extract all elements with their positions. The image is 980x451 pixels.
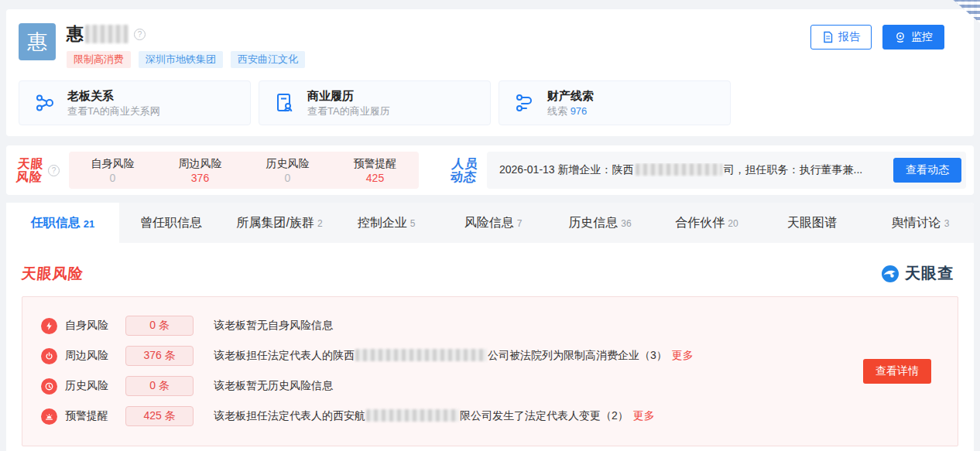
news-prefix: 2026-01-13 新增企业：陕西 — [499, 163, 634, 176]
risk-row-self: 自身风险 0 条 该老板暂无自身风险信息 — [41, 316, 939, 336]
help-icon[interactable]: ? — [48, 165, 60, 176]
tianyancha-eye-icon — [880, 264, 900, 284]
tab-partners[interactable]: 合作伙伴20 — [653, 203, 760, 243]
card-business-resume[interactable]: 商业履历 查看TA的商业履历 — [259, 80, 491, 125]
main-content-panel: 任职信息21 曾任职信息 所属集团/族群2 控制企业5 风险信息7 历史信息36… — [6, 203, 974, 451]
profile-header-panel: 惠 惠 ? 限制高消费 深圳市地铁集团 西安曲江文化 报告 — [6, 9, 974, 136]
risk-desc: 该老板担任法定代表人的陕西公司被法院列为限制高消费企业（3）更多 — [214, 349, 694, 363]
power-gauge-icon — [41, 348, 57, 364]
tianyan-risk-logo: 天眼风险 — [15, 157, 45, 183]
card-asset-clues[interactable]: 财产线索 线索 976 — [499, 80, 731, 125]
redacted-company-name — [366, 409, 459, 422]
help-icon[interactable]: ? — [134, 29, 146, 40]
risk-summary-panel: 天眼风险 ? 自身风险 0 周边风险 376 历史风险 0 预警提醒 425 人… — [6, 145, 974, 195]
tab-tianyan-graph[interactable]: 天眼图谱 — [760, 203, 867, 243]
tag-restricted-consumption[interactable]: 限制高消费 — [67, 51, 131, 68]
personnel-news-logo: 人员动态 — [450, 157, 479, 183]
tab-group-cluster[interactable]: 所属集团/族群2 — [226, 203, 333, 243]
tab-bar: 任职信息21 曾任职信息 所属集团/族群2 控制企业5 风险信息7 历史信息36… — [6, 203, 974, 243]
clue-path-icon — [513, 91, 536, 114]
tab-past-positions[interactable]: 曾任职信息 — [119, 203, 226, 243]
stat-history-risk[interactable]: 历史风险 0 — [244, 157, 331, 184]
tag-shenzhen-metro-group[interactable]: 深圳市地铁集团 — [139, 51, 223, 68]
tab-controlled-companies[interactable]: 控制企业5 — [333, 203, 440, 243]
document-icon — [822, 31, 834, 43]
redacted-company-name — [636, 163, 722, 176]
network-graph-icon — [33, 91, 57, 114]
monitor-button[interactable]: 监控 — [882, 25, 944, 50]
brand-text: 天眼查 — [905, 263, 954, 284]
more-link[interactable]: 更多 — [672, 349, 694, 361]
stat-warning-reminder[interactable]: 预警提醒 425 — [331, 157, 419, 184]
clues-label: 线索 — [547, 105, 571, 117]
card-subtitle: 查看TA的商业关系网 — [67, 104, 160, 118]
view-news-button[interactable]: 查看动态 — [893, 158, 961, 183]
tianyancha-brand-logo: 天眼查 — [880, 263, 954, 284]
card-subtitle: 查看TA的商业履历 — [307, 104, 390, 118]
webcam-icon — [894, 31, 906, 43]
personnel-news-strip: 2026-01-13 新增企业：陕西司，担任职务：执行董事兼... 查看动态 — [487, 152, 966, 189]
risk-row-peripheral: 周边风险 376 条 该老板担任法定代表人的陕西公司被法院列为限制高消费企业（3… — [41, 346, 939, 366]
report-button-label: 报告 — [838, 30, 860, 44]
card-title: 老板关系 — [67, 88, 160, 103]
risk-count-badge[interactable]: 376 条 — [125, 346, 194, 366]
card-boss-relations[interactable]: 老板关系 查看TA的商业关系网 — [19, 80, 251, 125]
stat-peripheral-risk[interactable]: 周边风险 376 — [156, 157, 244, 184]
card-subtitle: 线索 976 — [547, 104, 594, 118]
risk-count-badge[interactable]: 0 条 — [125, 376, 194, 396]
redacted-company-name — [355, 349, 487, 361]
tab-public-opinion[interactable]: 舆情讨论3 — [867, 203, 974, 243]
alarm-bell-icon — [41, 408, 57, 425]
stat-self-risk[interactable]: 自身风险 0 — [69, 157, 156, 184]
clock-icon — [41, 378, 57, 395]
clues-count: 976 — [571, 105, 588, 117]
more-link[interactable]: 更多 — [633, 409, 655, 422]
report-button[interactable]: 报告 — [810, 25, 872, 50]
card-title: 商业履历 — [307, 88, 390, 103]
risk-detail-panel: 自身风险 0 条 该老板暂无自身风险信息 周边风险 376 条 该老板担任法定代… — [22, 296, 958, 446]
section-title-tianyan-risk: 天眼风险 — [21, 264, 85, 284]
tab-risk-info[interactable]: 风险信息7 — [440, 203, 547, 243]
redacted-name — [85, 25, 128, 43]
view-detail-button[interactable]: 查看详情 — [863, 359, 931, 384]
shield-lightning-icon — [41, 318, 57, 334]
tab-current-positions[interactable]: 任职信息21 — [6, 203, 119, 243]
resume-document-icon — [273, 91, 296, 114]
card-title: 财产线索 — [547, 88, 594, 103]
news-suffix: 司，担任职务：执行董事兼... — [724, 163, 863, 176]
risk-desc: 该老板担任法定代表人的西安航限公司发生了法定代表人变更（2）更多 — [214, 409, 655, 423]
risk-row-history: 历史风险 0 条 该老板暂无历史风险信息 — [41, 376, 939, 396]
monitor-button-label: 监控 — [911, 30, 933, 44]
tag-xian-qujiang-culture[interactable]: 西安曲江文化 — [231, 51, 305, 68]
avatar-char: 惠 — [27, 29, 47, 56]
risk-count-badge[interactable]: 0 条 — [125, 316, 194, 336]
page-title-person-name: 惠 — [67, 22, 84, 46]
risk-stats-strip: 自身风险 0 周边风险 376 历史风险 0 预警提醒 425 — [69, 152, 419, 189]
avatar: 惠 — [19, 23, 56, 60]
risk-row-warning: 预警提醒 425 条 该老板担任法定代表人的西安航限公司发生了法定代表人变更（2… — [41, 406, 939, 426]
news-text: 2026-01-13 新增企业：陕西司，担任职务：执行董事兼... — [499, 163, 862, 177]
risk-count-badge[interactable]: 425 条 — [125, 406, 194, 426]
tab-history-info[interactable]: 历史信息36 — [547, 203, 653, 243]
view-news-button-label: 查看动态 — [906, 163, 949, 177]
